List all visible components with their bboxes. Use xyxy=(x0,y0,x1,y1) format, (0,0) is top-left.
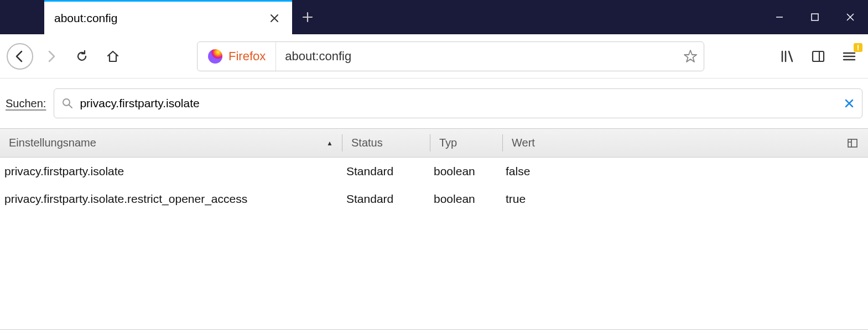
url-input[interactable] xyxy=(276,49,677,64)
svg-rect-4 xyxy=(848,139,857,147)
cell-status: Standard xyxy=(342,165,429,178)
cell-value: true xyxy=(501,192,868,206)
column-picker-button[interactable] xyxy=(837,129,868,157)
library-icon[interactable] xyxy=(775,44,799,69)
sidebar-icon[interactable] xyxy=(806,44,830,69)
column-label: Einstellungsname xyxy=(9,137,96,149)
search-input[interactable] xyxy=(80,97,838,110)
cell-type: boolean xyxy=(429,165,501,178)
firefox-icon xyxy=(207,49,223,64)
cell-name: privacy.firstparty.isolate xyxy=(0,165,342,178)
svg-point-3 xyxy=(63,99,70,106)
home-button[interactable] xyxy=(100,43,126,70)
prefs-table: Einstellungsname ▲ Status Typ Wert priva… xyxy=(0,128,868,330)
reload-button[interactable] xyxy=(69,43,95,70)
cell-status: Standard xyxy=(342,192,429,206)
forward-button[interactable] xyxy=(38,43,64,70)
table-header: Einstellungsname ▲ Status Typ Wert xyxy=(0,129,868,158)
navigation-toolbar: Firefox xyxy=(0,34,868,78)
maximize-button[interactable] xyxy=(797,0,833,34)
column-header-type[interactable]: Typ xyxy=(430,129,502,157)
titlebar: about:config xyxy=(0,0,868,34)
column-header-value[interactable]: Wert xyxy=(503,129,837,157)
column-header-name[interactable]: Einstellungsname ▲ xyxy=(0,129,342,157)
url-bar[interactable]: Firefox xyxy=(197,41,704,71)
brand-label: Firefox xyxy=(228,49,266,64)
table-row[interactable]: privacy.firstparty.isolate.restrict_open… xyxy=(0,185,868,213)
bookmark-star-icon[interactable] xyxy=(677,49,704,64)
svg-rect-2 xyxy=(813,51,824,61)
column-header-status[interactable]: Status xyxy=(342,129,430,157)
toolbar-right xyxy=(775,44,861,69)
svg-point-1 xyxy=(208,49,222,64)
back-button[interactable] xyxy=(7,43,33,70)
new-tab-button[interactable] xyxy=(292,0,323,34)
column-label: Typ xyxy=(439,137,457,149)
tab-strip-spacer xyxy=(0,0,44,34)
search-label: Suchen: xyxy=(6,97,46,110)
search-box[interactable] xyxy=(54,88,862,118)
minimize-button[interactable] xyxy=(762,0,797,34)
site-identity[interactable]: Firefox xyxy=(197,42,276,71)
table-body: privacy.firstparty.isolate Standard bool… xyxy=(0,158,868,213)
column-label: Wert xyxy=(512,137,535,149)
column-label: Status xyxy=(351,137,383,149)
cell-type: boolean xyxy=(429,192,501,206)
config-search-row: Suchen: xyxy=(0,78,868,128)
notification-badge-icon xyxy=(854,43,862,52)
menu-button[interactable] xyxy=(837,44,861,69)
window-controls xyxy=(762,0,868,34)
tab-title: about:config xyxy=(54,12,267,25)
search-icon xyxy=(62,98,73,109)
sort-asc-icon: ▲ xyxy=(326,139,333,147)
table-row[interactable]: privacy.firstparty.isolate Standard bool… xyxy=(0,158,868,185)
browser-tab[interactable]: about:config xyxy=(44,0,292,34)
clear-search-icon[interactable] xyxy=(844,98,854,108)
svg-rect-0 xyxy=(812,14,818,20)
cell-value: false xyxy=(501,165,868,178)
close-window-button[interactable] xyxy=(833,0,868,34)
cell-name: privacy.firstparty.isolate.restrict_open… xyxy=(0,192,342,206)
close-tab-icon[interactable] xyxy=(267,11,282,26)
